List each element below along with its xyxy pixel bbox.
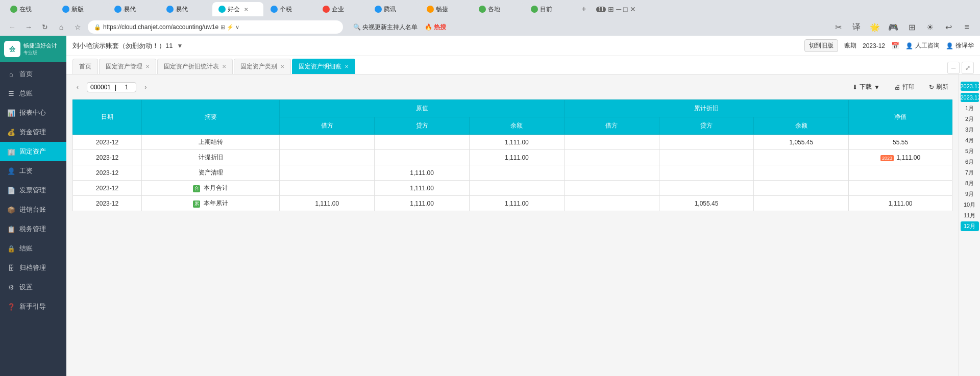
sidebar-item-settings[interactable]: ⚙ 设置 <box>0 278 66 297</box>
refresh-button[interactable]: ↻ <box>39 21 51 33</box>
tab-asset-category[interactable]: 固定资产类别 ✕ <box>234 59 291 74</box>
tab-detail-label: 固定资产明细账 <box>299 62 341 71</box>
sidebar-item-funds[interactable]: 💰 资金管理 <box>0 122 66 142</box>
hot-search-button[interactable]: 🔥 热搜 <box>423 22 448 33</box>
tab-category-close[interactable]: ✕ <box>280 64 284 69</box>
search-news-button[interactable]: 🔍 央视更新主持人名单 <box>351 22 420 33</box>
period-month-12[interactable]: 12月 <box>961 221 979 231</box>
tab-icon-10 <box>479 6 486 13</box>
sidebar-item-ledger[interactable]: ☰ 总账 <box>0 84 66 103</box>
page-index-input[interactable] <box>120 84 133 91</box>
close-icon[interactable]: ✕ <box>630 5 636 13</box>
sidebar-item-closing[interactable]: 🔒 结账 <box>0 239 66 258</box>
tab-list-icon[interactable]: ⊞ <box>608 5 614 13</box>
row2-orig-debit <box>280 150 375 165</box>
scissors-icon[interactable]: ✂ <box>831 20 845 34</box>
period-year-2023-extra[interactable]: 2023.12 <box>961 93 979 102</box>
period-year-active[interactable]: 2023.12 <box>961 82 979 91</box>
tab-expand-button[interactable]: ⤢ <box>962 62 974 74</box>
minimize-icon[interactable]: ─ <box>616 5 621 13</box>
period-month-7[interactable]: 7月 <box>961 168 979 178</box>
refresh-button[interactable]: ↻ 刷新 <box>925 81 952 93</box>
sidebar-item-fixed-assets[interactable]: 🏢 固定资产 <box>0 142 66 161</box>
wallet-icon[interactable]: 🌟 <box>868 20 882 34</box>
period-month-6[interactable]: 6月 <box>961 157 979 167</box>
sidebar-item-archive[interactable]: 🗄 归档管理 <box>0 258 66 278</box>
tab-fixed-mgmt-close[interactable]: ✕ <box>145 64 150 69</box>
calendar-icon[interactable]: 📅 <box>891 42 899 49</box>
period-month-3[interactable]: 3月 <box>961 125 979 135</box>
print-button[interactable]: 🖨 打印 <box>890 81 919 93</box>
tab-icon-5 <box>218 6 226 13</box>
bookmark-button[interactable]: ☆ <box>71 21 84 33</box>
tab-asset-detail[interactable]: 固定资产明细账 ✕ <box>292 59 355 74</box>
period-label: 账期 <box>844 41 856 50</box>
forward-button[interactable]: → <box>22 21 35 33</box>
content-main: ‹ 000001 | › ⬇ 下载 ▼ 🖨 <box>66 74 959 376</box>
row3-date: 2023-12 <box>73 165 142 181</box>
browser-tab-2[interactable]: 新版 <box>56 2 107 16</box>
sidebar-item-reports[interactable]: 📊 报表中心 <box>0 103 66 122</box>
download-icon: ⬇ <box>852 84 857 91</box>
browser-tab-5[interactable]: 好会 ✕ <box>212 2 263 16</box>
browser-tab-9[interactable]: 畅捷 <box>421 2 472 16</box>
th-orig-credit: 贷方 <box>375 117 470 135</box>
tab-home[interactable]: 首页 <box>72 59 98 74</box>
undo-icon[interactable]: ↩ <box>941 20 955 34</box>
tab-label-2: 新版 <box>71 5 84 14</box>
sidebar-item-home[interactable]: ⌂ 首页 <box>0 64 66 84</box>
browser-tab-11[interactable]: 目前 <box>525 2 576 16</box>
address-input[interactable]: 🔒 https://cloud.chanjet.com/accounting/u… <box>88 20 343 34</box>
period-dropdown[interactable]: ▼ <box>177 42 183 49</box>
switch-version-button[interactable]: 切到旧版 <box>804 39 838 52</box>
period-month-10[interactable]: 10月 <box>961 200 979 210</box>
sidebar-item-tax[interactable]: 📋 税务管理 <box>0 219 66 239</box>
sidebar-item-guide[interactable]: ❓ 新手引导 <box>0 297 66 316</box>
sidebar-item-inventory[interactable]: 📦 进销台账 <box>0 200 66 219</box>
game-icon[interactable]: 🎮 <box>886 20 900 34</box>
theme-icon[interactable]: ☀ <box>923 20 937 34</box>
top-bar-right: 切到旧版 账期 2023-12 📅 👤 人工咨询 👤 徐译华 <box>804 39 974 52</box>
grid-icon[interactable]: ⊞ <box>904 20 919 34</box>
row5-badge: 累 <box>193 200 200 208</box>
tab-add-button[interactable]: + <box>577 2 591 16</box>
browser-tab-3[interactable]: 易代 <box>108 2 159 16</box>
support-button[interactable]: 👤 人工咨询 <box>905 41 940 50</box>
table-row: 2023-12 计提折旧 1,111.00 2023 1,111.00 <box>73 150 952 165</box>
period-month-4[interactable]: 4月 <box>961 136 979 145</box>
period-month-1[interactable]: 1月 <box>961 104 979 113</box>
browser-tab-4[interactable]: 易代 <box>160 2 211 16</box>
browser-tab-1[interactable]: 在线 <box>4 2 55 16</box>
row5-orig-credit: 1,111.00 <box>375 196 470 211</box>
period-month-9[interactable]: 9月 <box>961 189 979 199</box>
back-button[interactable]: ← <box>6 21 18 33</box>
row2-net-badge: 2023 <box>880 155 894 161</box>
menu-icon[interactable]: ≡ <box>960 20 974 34</box>
period-month-8[interactable]: 8月 <box>961 179 979 188</box>
sidebar-item-invoice[interactable]: 📄 发票管理 <box>0 181 66 200</box>
user-button[interactable]: 👤 徐译华 <box>946 41 974 50</box>
tab-fixed-mgmt[interactable]: 固定资产管理 ✕ <box>99 59 156 74</box>
row5-date: 2023-12 <box>73 196 142 211</box>
period-month-11[interactable]: 11月 <box>961 211 979 220</box>
browser-tab-8[interactable]: 腾讯 <box>369 2 420 16</box>
download-button[interactable]: ⬇ 下载 ▼ <box>848 81 884 93</box>
sidebar: 会 畅捷通好会计 专业版 ⌂ 首页 ☰ 总账 📊 报表中心 💰 资金管理 <box>0 36 66 376</box>
row4-date: 2023-12 <box>73 181 142 196</box>
home-button[interactable]: ⌂ <box>55 21 67 33</box>
tab-detail-close[interactable]: ✕ <box>345 64 349 69</box>
period-month-5[interactable]: 5月 <box>961 146 979 156</box>
tab-close-5[interactable]: ✕ <box>244 7 248 12</box>
browser-tab-6[interactable]: 个税 <box>264 2 315 16</box>
translate-icon[interactable]: 译 <box>849 20 864 34</box>
browser-tab-10[interactable]: 各地 <box>473 2 524 16</box>
browser-tab-7[interactable]: 企业 <box>316 2 368 16</box>
next-page-button[interactable]: › <box>140 82 151 92</box>
tab-depreciation-table[interactable]: 固定资产折旧统计表 ✕ <box>157 59 233 74</box>
tab-depreciation-close[interactable]: ✕ <box>222 64 226 69</box>
period-month-2[interactable]: 2月 <box>961 114 979 124</box>
maximize-icon[interactable]: □ <box>623 5 627 13</box>
prev-page-button[interactable]: ‹ <box>72 82 83 92</box>
sidebar-item-payroll[interactable]: 👤 工资 <box>0 161 66 181</box>
tab-minimize-button[interactable]: ─ <box>947 62 960 74</box>
